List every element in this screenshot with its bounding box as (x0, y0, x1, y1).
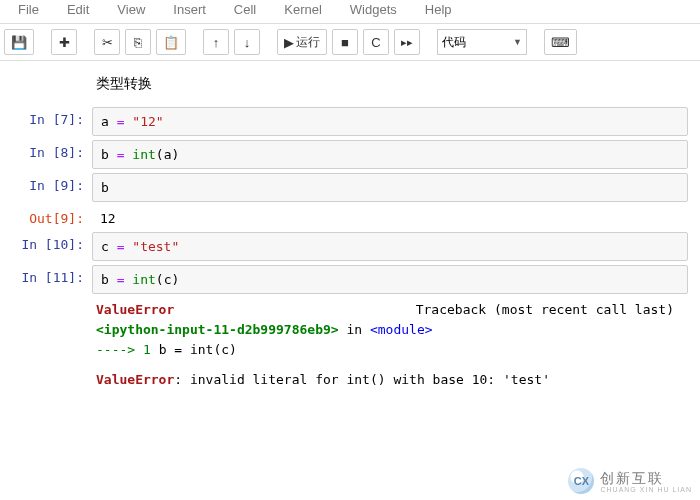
code-token: "test" (132, 239, 179, 254)
restart-icon: C (371, 35, 380, 50)
output-row: Out[9]: 12 (0, 206, 700, 228)
error-message: : invalid literal for int() with base 10… (174, 372, 550, 387)
code-token: c (101, 239, 109, 254)
arrow-down-icon: ↓ (244, 35, 251, 50)
watermark-sub: CHUANG XIN HU LIAN (600, 486, 692, 493)
traceback-header: Traceback (most recent call last) (416, 300, 674, 320)
input-prompt: In [11]: (0, 265, 92, 285)
menu-edit[interactable]: Edit (67, 2, 89, 17)
code-token: ( (156, 147, 164, 162)
menu-kernel[interactable]: Kernel (284, 2, 322, 17)
add-cell-button[interactable]: ✚ (51, 29, 77, 55)
watermark: CX 创新互联 CHUANG XIN HU LIAN (568, 468, 692, 494)
move-up-button[interactable]: ↑ (203, 29, 229, 55)
input-prompt: In [7]: (0, 107, 92, 127)
code-input[interactable]: b = int(a) (92, 140, 688, 169)
traceback-frame: <ipython-input-11-d2b999786eb9> (96, 322, 339, 337)
code-token: b (101, 147, 109, 162)
error-traceback: ValueError Traceback (most recent call l… (96, 300, 688, 391)
output-prompt: Out[9]: (0, 206, 92, 226)
menubar: File Edit View Insert Cell Kernel Widget… (0, 0, 700, 24)
traceback-arrow: ----> 1 (96, 342, 159, 357)
code-input[interactable]: a = "12" (92, 107, 688, 136)
arrow-up-icon: ↑ (213, 35, 220, 50)
code-cell: In [9]: b (0, 173, 700, 202)
input-prompt: In [10]: (0, 232, 92, 252)
code-token: = (109, 147, 132, 162)
input-prompt: In [8]: (0, 140, 92, 160)
menu-file[interactable]: File (18, 2, 39, 17)
code-token: = (109, 239, 132, 254)
run-button[interactable]: ▶运行 (277, 29, 327, 55)
code-token: a (101, 114, 109, 129)
menu-help[interactable]: Help (425, 2, 452, 17)
code-cell: In [8]: b = int(a) (0, 140, 700, 169)
code-token: int (132, 272, 155, 287)
keyboard-icon: ⌨ (551, 35, 570, 50)
run-label: 运行 (296, 34, 320, 51)
fast-forward-icon: ▸▸ (401, 36, 413, 49)
code-token: ) (171, 272, 179, 287)
cell-type-value: 代码 (442, 34, 466, 51)
plus-icon: ✚ (59, 35, 70, 50)
toolbar: 💾 ✚ ✂ ⎘ 📋 ↑ ↓ ▶运行 ■ C ▸▸ 代码 ▼ ⌨ (0, 24, 700, 61)
code-input[interactable]: b (92, 173, 688, 202)
scissors-icon: ✂ (102, 35, 113, 50)
code-token: ) (171, 147, 179, 162)
chevron-down-icon: ▼ (513, 37, 522, 47)
traceback-module: <module> (370, 322, 433, 337)
command-palette-button[interactable]: ⌨ (544, 29, 577, 55)
code-cell: In [7]: a = "12" (0, 107, 700, 136)
menu-view[interactable]: View (117, 2, 145, 17)
notebook-area: 类型转换 In [7]: a = "12" In [8]: b = int(a)… (0, 61, 700, 391)
code-input[interactable]: c = "test" (92, 232, 688, 261)
input-prompt: In [9]: (0, 173, 92, 193)
code-token: = (109, 272, 132, 287)
save-icon: 💾 (11, 35, 27, 50)
copy-button[interactable]: ⎘ (125, 29, 151, 55)
paste-button[interactable]: 📋 (156, 29, 186, 55)
menu-insert[interactable]: Insert (173, 2, 206, 17)
watermark-logo-icon: CX (568, 468, 594, 494)
code-token: = (109, 114, 132, 129)
traceback-code: b = int(c) (159, 342, 237, 357)
save-button[interactable]: 💾 (4, 29, 34, 55)
restart-button[interactable]: C (363, 29, 389, 55)
code-cell: In [11]: b = int(c) (0, 265, 700, 294)
menu-widgets[interactable]: Widgets (350, 2, 397, 17)
output-value: 12 (92, 206, 700, 228)
code-cell: In [10]: c = "test" (0, 232, 700, 261)
code-token: ( (156, 272, 164, 287)
cut-button[interactable]: ✂ (94, 29, 120, 55)
code-token: "12" (132, 114, 163, 129)
stop-button[interactable]: ■ (332, 29, 358, 55)
error-class: ValueError (96, 300, 174, 320)
code-token: b (101, 272, 109, 287)
copy-icon: ⎘ (134, 35, 142, 50)
error-class-final: ValueError (96, 372, 174, 387)
code-token: b (101, 180, 109, 195)
code-input[interactable]: b = int(c) (92, 265, 688, 294)
paste-icon: 📋 (163, 35, 179, 50)
code-token: int (132, 147, 155, 162)
stop-icon: ■ (341, 35, 349, 50)
traceback-in: in (339, 322, 370, 337)
play-icon: ▶ (284, 35, 294, 50)
markdown-heading[interactable]: 类型转换 (96, 75, 700, 93)
restart-run-all-button[interactable]: ▸▸ (394, 29, 420, 55)
cell-type-select[interactable]: 代码 ▼ (437, 29, 527, 55)
menu-cell[interactable]: Cell (234, 2, 256, 17)
move-down-button[interactable]: ↓ (234, 29, 260, 55)
